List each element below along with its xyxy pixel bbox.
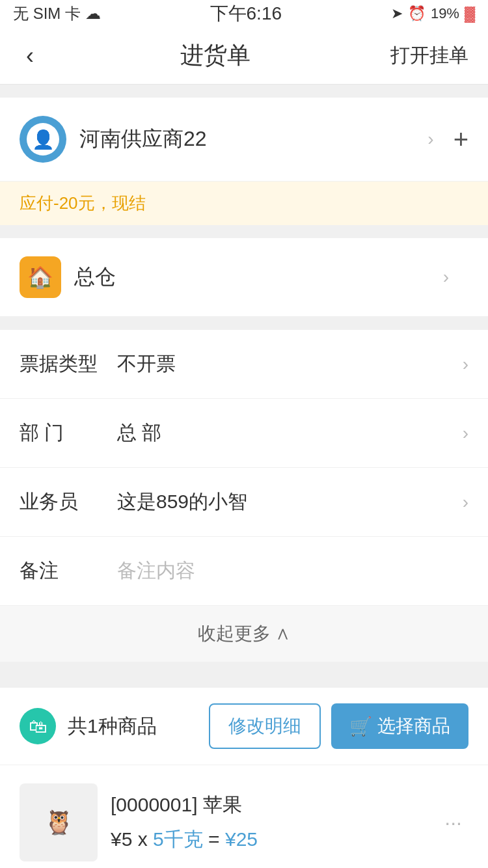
product-unit-price: ¥5 (111, 828, 132, 850)
page-title: 进货单 (180, 40, 251, 72)
department-label: 部 门 (20, 420, 98, 446)
remark-label: 备注 (20, 558, 98, 584)
section-gap-1 (0, 85, 488, 98)
select-product-button[interactable]: 🛒 选择商品 (331, 703, 468, 749)
nav-bar: ‹ 进货单 打开挂单 (0, 27, 488, 85)
open-hold-button[interactable]: 打开挂单 (390, 42, 468, 69)
warehouse-emoji: 🏠 (27, 265, 53, 290)
salesperson-label: 业务员 (20, 489, 98, 515)
avatar-icon: 👤 (32, 129, 55, 150)
supplier-row[interactable]: 👤 河南供应商22 › + (0, 98, 488, 182)
alarm-icon: ⏰ (408, 5, 426, 22)
warehouse-label: 总仓 (74, 263, 443, 292)
section-gap-3 (0, 662, 488, 675)
products-actions: 修改明细 🛒 选择商品 (209, 703, 468, 749)
sim-label: 无 SIM 卡 ☁ (13, 3, 101, 24)
supplier-chevron-icon: › (427, 129, 433, 150)
select-product-label: 选择商品 (377, 714, 450, 739)
supplier-avatar: 👤 (20, 116, 66, 163)
products-header: 🛍 共1种商品 修改明细 🛒 选择商品 (0, 688, 488, 765)
supplier-section: 👤 河南供应商22 › + 应付-20元，现结 (0, 98, 488, 225)
supplier-name: 河南供应商22 (79, 125, 427, 154)
status-bar-time: 下午6:16 (210, 1, 282, 26)
products-count-label: 共1种商品 (68, 713, 209, 740)
select-product-icon: 🛒 (349, 716, 372, 737)
ticket-type-chevron-icon: › (463, 354, 468, 375)
remark-row: 备注 备注内容 (0, 537, 488, 606)
status-bar-right: ➤ ⏰ 19% ▓ (391, 5, 475, 22)
section-gap-2 (0, 225, 488, 238)
department-row[interactable]: 部 门 总 部 › (0, 399, 488, 468)
battery-icon: ▓ (465, 5, 475, 22)
warehouse-row[interactable]: 🏠 总仓 › (0, 238, 488, 317)
status-bar-left: 无 SIM 卡 ☁ (13, 3, 101, 24)
back-button[interactable]: ‹ (20, 36, 40, 76)
owl-logo-icon: 🦉 (44, 809, 74, 836)
product-total: ¥25 (225, 828, 258, 850)
salesperson-row[interactable]: 业务员 这是859的小智 › (0, 468, 488, 537)
product-name: [0000001] 苹果 (111, 792, 438, 819)
product-equals: = (208, 828, 225, 850)
supplier-notice: 应付-20元，现结 (0, 182, 488, 225)
warehouse-icon: 🏠 (20, 256, 61, 298)
avatar-inner: 👤 (27, 123, 59, 156)
add-supplier-button[interactable]: + (454, 125, 468, 154)
status-bar: 无 SIM 卡 ☁ 下午6:16 ➤ ⏰ 19% ▓ (0, 0, 488, 27)
cart-emoji: 🛍 (29, 716, 47, 737)
product-info: [0000001] 苹果 ¥5 x 5千克 = ¥25 (111, 792, 438, 853)
salesperson-chevron-icon: › (463, 492, 468, 513)
form-section: 票据类型 不开票 › 部 门 总 部 › 业务员 这是859的小智 › 备注 备… (0, 330, 488, 606)
ticket-type-label: 票据类型 (20, 351, 98, 377)
warehouse-section: 🏠 总仓 › (0, 238, 488, 317)
ticket-type-row[interactable]: 票据类型 不开票 › (0, 330, 488, 399)
collapse-toggle-button[interactable]: 收起更多 ∧ (0, 606, 488, 662)
warehouse-chevron-icon: › (443, 267, 449, 288)
location-icon: ➤ (391, 5, 403, 22)
battery-label: 19% (431, 5, 459, 22)
department-chevron-icon: › (463, 423, 468, 444)
supplier-right: › + (427, 125, 468, 154)
product-item: 🦉 [0000001] 苹果 ¥5 x 5千克 = ¥25 ··· (0, 765, 488, 868)
remark-input[interactable]: 备注内容 (117, 558, 468, 584)
product-thumbnail: 🦉 (20, 783, 98, 861)
ticket-type-value: 不开票 (117, 351, 463, 377)
edit-detail-button[interactable]: 修改明细 (209, 703, 321, 749)
product-multiply: x (138, 828, 153, 850)
product-more-button[interactable]: ··· (438, 804, 468, 841)
product-qty: 5千克 (153, 828, 203, 850)
products-icon: 🛍 (20, 708, 56, 744)
salesperson-value: 这是859的小智 (117, 489, 463, 515)
product-price: ¥5 x 5千克 = ¥25 (111, 826, 438, 853)
department-value: 总 部 (117, 420, 463, 446)
